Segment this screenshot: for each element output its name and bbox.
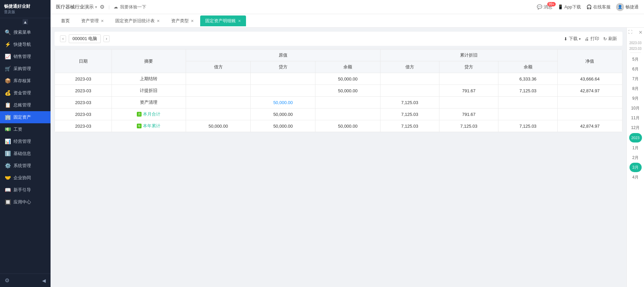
sidebar-item-payroll[interactable]: 💵 工资 (0, 123, 51, 135)
sidebar-item-finance[interactable]: 💰 资金管理 (0, 87, 51, 99)
sidebar-item-collab[interactable]: 🤝 企业协同 (0, 172, 51, 184)
summary-text: 上期结转 (140, 76, 157, 81)
customer-service-icon: 🎧 (586, 4, 592, 9)
year-icon: 年 (137, 124, 142, 128)
sidebar-label-purchase: 采购管理 (13, 66, 31, 72)
tab-asset-type[interactable]: 资产类型 ✕ (166, 15, 199, 26)
logo-title: 畅捷通好业财 (4, 3, 30, 9)
sidebar-item-basicinfo[interactable]: ℹ️ 基础信息 (0, 148, 51, 160)
sidebar-logo: 畅捷通好业财 普及版 (0, 0, 51, 18)
sidebar-item-appcenter[interactable]: 🔲 应用中心 (0, 196, 51, 208)
search-icon: 🔍 (5, 29, 11, 35)
tab-home[interactable]: 首页 (56, 15, 75, 26)
timeline-month[interactable]: 10月 (630, 103, 642, 113)
message-badge: 99+ (547, 2, 556, 6)
timeline-expand-btn[interactable]: ⛶ (628, 30, 632, 34)
timeline-month[interactable]: 1月 (630, 143, 642, 153)
logo-subtitle: 普及版 (4, 9, 15, 14)
sidebar-label-inventory: 库存核算 (13, 78, 31, 84)
fixedasset-icon: 🏢 (5, 114, 11, 120)
company-name: 医疗器械行业演示 (56, 4, 94, 10)
tab-depreciation-table[interactable]: 固定资产折旧统计表 ✕ (110, 15, 165, 26)
app-download-btn[interactable]: 📱 App下载 (558, 4, 581, 10)
cell-dep-debit (380, 73, 439, 85)
sidebar-item-sales[interactable]: 📈 销售管理 (0, 51, 51, 63)
asset-prev-btn[interactable]: ‹ (60, 35, 66, 42)
tab-close-asset-detail[interactable]: ✕ (238, 19, 241, 23)
sidebar-label-sales: 销售管理 (13, 54, 31, 60)
asset-nav-actions: ⬇ 下载 ▾ 🖨 打印 ↻ 刷新 (564, 36, 617, 42)
sidebar-label-basicinfo: 基础信息 (13, 151, 31, 157)
app-icon: 📱 (558, 4, 563, 9)
timeline-month[interactable]: 12月 (630, 123, 642, 132)
cell-dep-debit: 7,125.03 (380, 108, 439, 120)
settings-icon[interactable]: ⚙ (5, 277, 9, 284)
timeline-month[interactable]: 11月 (630, 113, 642, 123)
cell-orig-balance: 50,000.00 (315, 120, 380, 132)
cell-summary: 上期结转 (112, 73, 186, 85)
asset-next-btn[interactable]: › (103, 35, 110, 42)
username: 畅捷通 (625, 4, 639, 10)
sidebar-label-search: 搜索菜单 (13, 29, 31, 35)
experience-label: 我要体验一下 (120, 4, 146, 10)
print-icon: 🖨 (585, 36, 589, 41)
user-btn[interactable]: 👤 畅捷通 (616, 3, 639, 11)
appcenter-icon: 🔲 (5, 199, 11, 205)
col-net-value: 净值 (557, 50, 622, 73)
timeline-panel: ✕ ⛶ 2023.03 2023.03 5月6月7月8月9月10月11月12月 … (626, 28, 644, 287)
cell-orig-credit (251, 85, 315, 97)
topbar: 医疗器械行业演示 ▾ ⚙ | ☁ 我要体验一下 💬 消息 99+ 📱 App下载… (51, 0, 644, 14)
tab-close-asset-type[interactable]: ✕ (191, 19, 194, 23)
tab-asset-mgmt[interactable]: 资产管理 ✕ (76, 15, 109, 26)
sidebar-scroll-up[interactable]: ▲ (23, 19, 28, 25)
cell-summary: 资产清理 (112, 97, 186, 108)
settings-gear-icon[interactable]: ⚙ (100, 4, 104, 10)
timeline-post-months: 1月2月3月4月 (630, 143, 642, 182)
collapse-icon[interactable]: ◀ (42, 278, 46, 283)
tab-close-depreciation-table[interactable]: ✕ (157, 19, 160, 23)
summary-text: 资产清理 (140, 100, 157, 105)
download-icon: ⬇ (564, 36, 568, 41)
sidebar-item-guide[interactable]: 📖 新手引导 (0, 184, 51, 196)
col-summary: 摘要 (112, 50, 186, 73)
tab-close-asset-mgmt[interactable]: ✕ (101, 19, 104, 23)
timeline-close-btn[interactable]: ✕ (639, 30, 643, 35)
timeline-month[interactable]: 8月 (630, 84, 642, 93)
tab-asset-detail[interactable]: 固定资产明细账 ✕ (200, 15, 246, 26)
message-btn[interactable]: 💬 消息 99+ (537, 4, 552, 10)
refresh-btn[interactable]: ↻ 刷新 (603, 36, 617, 42)
sidebar-item-search[interactable]: 🔍 搜索菜单 (0, 26, 51, 38)
sidebar-item-sysadmin[interactable]: ⚙️ 系统管理 (0, 160, 51, 172)
company-dropdown-arrow[interactable]: ▾ (95, 5, 97, 9)
asset-nav: ‹ 000001 电脑 › ⬇ 下载 ▾ 🖨 打印 ↻ 刷新 (55, 32, 622, 46)
timeline-month[interactable]: 3月 (630, 163, 642, 172)
sidebar-label-appcenter: 应用中心 (13, 199, 31, 205)
ledger-table-container: 日期 摘要 原值 累计折旧 净值 借方 贷方 余额 借方 贷方 余额 (55, 49, 622, 132)
sidebar-item-operations[interactable]: 📊 经营管理 (0, 135, 51, 148)
quicknav-icon: ⚡ (5, 41, 11, 47)
timeline-year-badge[interactable]: 2023 (629, 133, 642, 142)
timeline-month[interactable]: 2月 (630, 153, 642, 162)
timeline-month[interactable]: 5月 (630, 55, 642, 64)
sales-icon: 📈 (5, 54, 11, 60)
download-btn[interactable]: ⬇ 下载 ▾ (564, 36, 581, 42)
app-download-label: App下载 (564, 4, 581, 10)
print-btn[interactable]: 🖨 打印 (585, 36, 599, 42)
sidebar-item-quicknav[interactable]: ⚡ 快捷导航 (0, 38, 51, 51)
customer-service-btn[interactable]: 🎧 在线客服 (586, 4, 611, 10)
sidebar-item-purchase[interactable]: 🛒 采购管理 (0, 63, 51, 75)
operations-icon: 📊 (5, 138, 11, 145)
experience-btn[interactable]: ☁ 我要体验一下 (114, 4, 146, 10)
cell-dep-debit: 7,125.03 (380, 97, 439, 108)
timeline-month[interactable]: 7月 (630, 74, 642, 84)
cell-date: 2023-03 (55, 97, 112, 108)
timeline-month[interactable]: 6月 (630, 64, 642, 74)
timeline-month[interactable]: 4月 (630, 172, 642, 182)
sidebar-item-ledger[interactable]: 📋 总账管理 (0, 99, 51, 111)
summary-text: 计提折旧 (140, 88, 157, 93)
cell-dep-balance: 7,125.03 (498, 85, 557, 97)
timeline-month[interactable]: 9月 (630, 94, 642, 103)
sidebar-item-inventory[interactable]: 📦 库存核算 (0, 75, 51, 87)
sidebar-label-guide: 新手引导 (13, 187, 31, 193)
sidebar-item-fixedasset[interactable]: 🏢 固定资产 (0, 111, 51, 123)
